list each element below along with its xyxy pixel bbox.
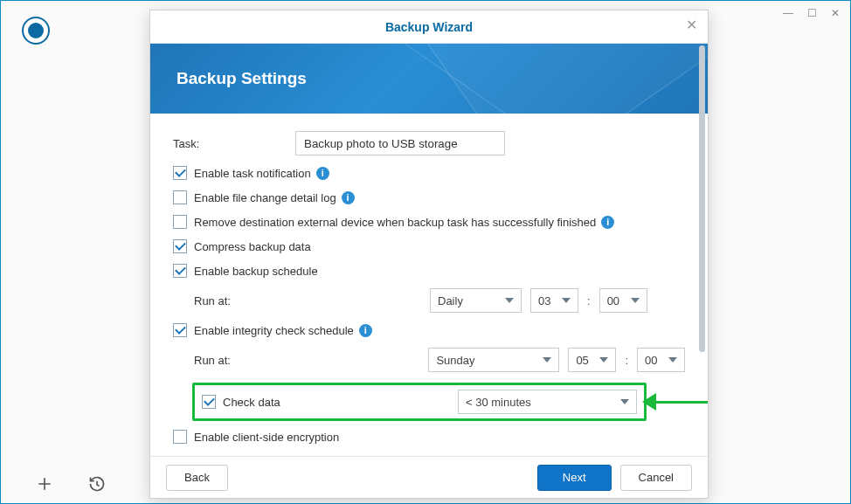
info-icon[interactable]: i — [316, 167, 329, 180]
app-logo-inner — [28, 23, 44, 38]
add-icon[interactable] — [36, 475, 53, 495]
maximize-icon[interactable]: ☐ — [807, 8, 817, 18]
os-window-controls: — ☐ ✕ — [783, 8, 840, 18]
select-integrity-day[interactable]: Sunday — [428, 348, 559, 372]
checkbox-compress-label: Compress backup data — [194, 240, 311, 253]
info-icon[interactable]: i — [342, 191, 355, 204]
task-label: Task: — [173, 137, 295, 150]
row-filelog: Enable file change detail log i — [173, 190, 685, 204]
row-remove: Remove destination external device when … — [173, 215, 685, 229]
checkbox-notify[interactable] — [173, 166, 187, 180]
app-logo — [22, 17, 50, 45]
row-compress: Compress backup data — [173, 239, 685, 253]
wizard-titlebar: Backup Wizard ✕ — [150, 10, 708, 44]
app-window: — ☐ ✕ Backup Wizard ✕ Backup Settings Ta… — [0, 0, 851, 504]
caret-down-icon — [620, 399, 629, 404]
select-backup-frequency[interactable]: Daily — [430, 288, 522, 313]
integrity-runat-row: Run at: Sunday 05 : 00 — [173, 348, 685, 372]
checkbox-schedule-label: Enable backup schedule — [194, 265, 318, 278]
wizard-dialog: Backup Wizard ✕ Backup Settings Task: En… — [149, 10, 709, 499]
back-button[interactable]: Back — [166, 465, 228, 491]
row-notify: Enable task notification i — [173, 166, 685, 180]
info-icon[interactable]: i — [601, 216, 614, 229]
scrollbar-thumb[interactable] — [699, 45, 705, 352]
checkbox-compress[interactable] — [173, 239, 187, 253]
caret-down-icon — [668, 357, 677, 362]
wizard-footer: Back Next Cancel — [150, 456, 708, 498]
task-row: Task: — [173, 131, 685, 155]
scrollbar-track — [699, 45, 705, 454]
backup-runat-row: Run at: Daily 03 : 00 — [173, 288, 685, 313]
checkbox-encrypt[interactable] — [173, 430, 187, 444]
select-value: Daily — [438, 294, 463, 307]
info-icon[interactable]: i — [359, 324, 372, 337]
minimize-icon[interactable]: — — [783, 8, 793, 18]
time-colon: : — [587, 294, 591, 307]
caret-down-icon — [599, 357, 608, 362]
checkdata-highlight: Check data < 30 minutes — [192, 383, 647, 421]
checkbox-remove-label: Remove destination external device when … — [194, 216, 596, 229]
checkbox-integrity-label: Enable integrity check schedule — [194, 324, 354, 337]
select-backup-hour[interactable]: 03 — [530, 288, 578, 313]
row-integrity: Enable integrity check schedule i — [173, 323, 685, 337]
arrow-head-icon — [642, 393, 656, 411]
row-encrypt: Enable client-side encryption — [173, 430, 685, 444]
select-value: 03 — [538, 294, 550, 307]
backup-schedule-controls: Daily 03 : 00 — [430, 288, 647, 313]
wizard-banner: Backup Settings — [150, 44, 708, 114]
integrity-schedule-controls: Sunday 05 : 00 — [428, 348, 685, 372]
wizard-content: Task: Enable task notification i Enable … — [150, 114, 708, 456]
time-colon: : — [625, 354, 628, 367]
caret-down-icon — [631, 298, 640, 303]
left-toolbar — [1, 466, 141, 503]
caret-down-icon — [562, 298, 571, 303]
checkbox-schedule[interactable] — [173, 264, 187, 278]
checkbox-remove[interactable] — [173, 215, 187, 229]
caret-down-icon — [543, 357, 551, 362]
select-value: < 30 minutes — [466, 396, 531, 409]
close-icon[interactable]: ✕ — [831, 8, 840, 18]
task-name-input[interactable] — [295, 131, 505, 155]
select-value: 00 — [607, 294, 619, 307]
select-value: 00 — [645, 354, 657, 367]
select-integrity-hour[interactable]: 05 — [568, 348, 616, 372]
cancel-button[interactable]: Cancel — [620, 465, 692, 491]
history-icon[interactable] — [88, 475, 106, 495]
select-value: Sunday — [436, 354, 474, 367]
checkbox-encrypt-label: Enable client-side encryption — [194, 431, 339, 444]
checkbox-checkdata-label: Check data — [223, 396, 280, 409]
select-integrity-min[interactable]: 00 — [637, 348, 685, 372]
caret-down-icon — [505, 298, 514, 303]
select-checkdata-duration[interactable]: < 30 minutes — [458, 390, 637, 414]
checkbox-filelog[interactable] — [173, 190, 187, 204]
wizard-title: Backup Wizard — [385, 20, 473, 34]
banner-title: Backup Settings — [176, 69, 307, 88]
checkbox-checkdata[interactable] — [202, 395, 216, 409]
select-value: 05 — [576, 354, 588, 367]
checkbox-filelog-label: Enable file change detail log — [194, 191, 336, 204]
row-schedule: Enable backup schedule — [173, 264, 685, 278]
integrity-runat-label: Run at: — [194, 354, 428, 367]
backup-runat-label: Run at: — [194, 294, 430, 307]
next-button[interactable]: Next — [537, 465, 612, 491]
checkbox-integrity[interactable] — [173, 323, 187, 337]
wizard-close-icon[interactable]: ✕ — [686, 18, 697, 32]
select-backup-min[interactable]: 00 — [599, 288, 647, 313]
checkbox-notify-label: Enable task notification — [194, 167, 311, 180]
